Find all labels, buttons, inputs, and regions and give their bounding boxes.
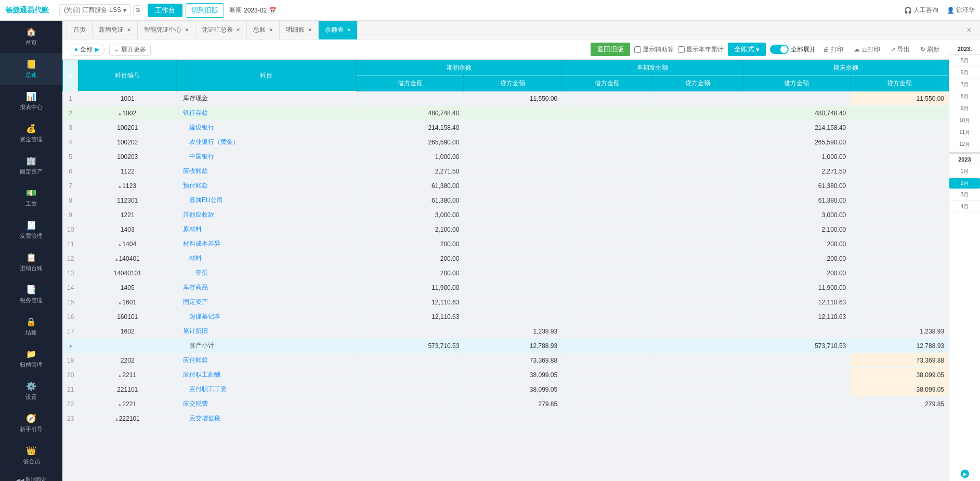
tab-add-voucher-close[interactable]: ✕: [127, 27, 131, 33]
right-panel-month-3[interactable]: 3月: [949, 190, 980, 201]
account-link[interactable]: 壹蛋: [195, 269, 208, 276]
tab-smart-voucher[interactable]: 智能凭证中心 ✕: [138, 21, 195, 39]
row-name[interactable]: 壹蛋: [177, 266, 357, 280]
right-panel-month-11[interactable]: 11月: [949, 127, 980, 138]
row-name[interactable]: 原材料: [177, 222, 357, 237]
row-name[interactable]: 材料成本差异: [177, 237, 357, 251]
account-link[interactable]: 其他应收款: [183, 211, 214, 218]
row-name[interactable]: 应付账款: [177, 353, 357, 368]
account-link[interactable]: 应付账款: [183, 356, 208, 364]
row-name[interactable]: 固定资产: [177, 295, 357, 310]
account-link[interactable]: 预付账款: [183, 182, 208, 189]
right-panel-month-6[interactable]: 6月: [949, 68, 980, 78]
account-link[interactable]: 累计折旧: [183, 327, 208, 335]
sidebar-item-payroll[interactable]: 💵 工资: [0, 182, 62, 214]
account-link[interactable]: 固定资产: [183, 298, 208, 305]
tab-ledger[interactable]: 总账 ✕: [247, 21, 280, 39]
row-name[interactable]: 材料: [177, 251, 357, 266]
row-name[interactable]: 应付职工工资: [177, 382, 357, 397]
account-link[interactable]: 建设银行: [189, 124, 214, 131]
row-name[interactable]: 应交税费: [177, 397, 357, 411]
close-all-tabs[interactable]: ✕: [962, 26, 976, 34]
tab-voucher-summary-close[interactable]: ✕: [236, 27, 240, 33]
sidebar-item-archive[interactable]: 📁 归档管理: [0, 343, 62, 375]
print-button[interactable]: 🖨 打印: [820, 44, 846, 55]
workbench-button[interactable]: 工作台: [148, 4, 182, 17]
account-link[interactable]: 中国银行: [189, 153, 214, 160]
row-name[interactable]: 起提基记本: [177, 310, 357, 324]
settings-icon[interactable]: ⚙: [68, 72, 73, 79]
row-name[interactable]: 应付职工薪酬: [177, 368, 357, 382]
return-old-version-button[interactable]: 返回旧版: [591, 43, 630, 56]
tab-voucher-summary[interactable]: 凭证汇总表 ✕: [195, 21, 247, 39]
switch-version-button[interactable]: 切到旧版: [186, 3, 224, 18]
row-name[interactable]: 预付账款: [177, 179, 357, 193]
consult-button[interactable]: 🎧 人工咨询: [904, 6, 938, 15]
calendar-icon[interactable]: 📅: [269, 7, 277, 14]
account-link[interactable]: 库存商品: [183, 284, 208, 291]
unpin-button[interactable]: ◀◀ 取消固定: [0, 472, 62, 481]
export-button[interactable]: ↗ 导出: [887, 44, 913, 55]
account-link[interactable]: 应付职工工资: [189, 385, 227, 393]
account-link[interactable]: 材料: [189, 255, 202, 262]
expand-more-button[interactable]: ⌄ 展开更多: [109, 44, 151, 56]
right-panel-month-4[interactable]: 4月: [949, 202, 980, 212]
sidebar-item-ledger[interactable]: 📒 总账: [0, 53, 62, 85]
right-panel-month-8[interactable]: 8月: [949, 91, 980, 102]
tab-detail[interactable]: 明细账 ✕: [280, 21, 319, 39]
aux-checkbox-input[interactable]: [634, 46, 641, 53]
tab-home[interactable]: 首页: [67, 21, 93, 39]
sidebar-item-newbie[interactable]: 🧭 新手引导: [0, 407, 62, 439]
row-name[interactable]: 建设银行: [177, 121, 357, 135]
row-name[interactable]: 嘉属EU公司: [177, 193, 357, 208]
right-panel-month-7[interactable]: 7月: [949, 79, 980, 90]
refresh-button[interactable]: ↻ 刷新: [917, 44, 943, 55]
account-link[interactable]: 嘉属EU公司: [189, 196, 223, 204]
row-name[interactable]: 农业银行（黄金）: [177, 135, 357, 150]
sidebar-item-report[interactable]: 📊 报表中心: [0, 85, 62, 117]
sidebar-item-home[interactable]: 🏠 首页: [0, 21, 62, 53]
sidebar-item-invoice[interactable]: 🧾 发票管理: [0, 214, 62, 246]
filter-all[interactable]: ● 全部 ▶: [69, 44, 105, 56]
account-link[interactable]: 材料成本差异: [183, 240, 220, 247]
account-link[interactable]: 银行存款: [183, 109, 208, 116]
row-name[interactable]: 中国银行: [177, 150, 357, 164]
tab-balance[interactable]: 余额表 ✕: [319, 21, 358, 39]
row-name[interactable]: 累计折旧: [177, 324, 357, 339]
right-expand-icon[interactable]: ▶: [961, 470, 969, 478]
account-link[interactable]: 农业银行（黄金）: [189, 138, 239, 145]
cloud-print-button[interactable]: ☁ 云打印: [851, 44, 883, 55]
format-button[interactable]: 全账式 ▾: [728, 43, 766, 56]
row-name[interactable]: 其他应收款: [177, 208, 357, 222]
sidebar-item-closing[interactable]: 🔒 结账: [0, 311, 62, 343]
row-name[interactable]: 应收账款: [177, 164, 357, 179]
account-link[interactable]: 应交增值税: [189, 415, 220, 422]
toggle-switch[interactable]: [770, 45, 789, 54]
tab-add-voucher[interactable]: 新增凭证 ✕: [93, 21, 138, 39]
right-panel-month-1[interactable]: 1月: [949, 166, 980, 177]
sidebar-item-purchase[interactable]: 📋 进销台账: [0, 246, 62, 278]
row-name[interactable]: 库存商品: [177, 280, 357, 295]
row-name[interactable]: 应交增值税: [177, 411, 357, 426]
tab-balance-close[interactable]: ✕: [347, 27, 351, 33]
ytd-checkbox-input[interactable]: [678, 46, 685, 53]
account-link[interactable]: 应收账款: [183, 167, 208, 175]
tab-smart-voucher-close[interactable]: ✕: [185, 27, 189, 33]
user-info[interactable]: 👤 徐泽华: [947, 6, 975, 15]
right-panel-month-5[interactable]: 5月: [949, 56, 980, 66]
account-link[interactable]: 应付职工薪酬: [183, 371, 220, 378]
sidebar-item-settings[interactable]: ⚙️ 设置: [0, 375, 62, 407]
th-settings[interactable]: ⚙: [63, 60, 79, 91]
tab-ledger-close[interactable]: ✕: [269, 27, 273, 33]
right-panel-month-9[interactable]: 9月: [949, 103, 980, 114]
copy-icon[interactable]: ⧉: [133, 5, 142, 15]
company-selector[interactable]: (先前) 江西股金-LSS ▾: [59, 4, 131, 16]
tab-detail-close[interactable]: ✕: [308, 27, 312, 33]
sidebar-item-member[interactable]: 👑 畅会员: [0, 439, 62, 472]
show-ytd-checkbox[interactable]: 显示本年累计: [678, 45, 724, 54]
sidebar-item-fixed-asset[interactable]: 🏢 固定资产: [0, 150, 62, 182]
expand-all-toggle[interactable]: 全部展开: [770, 45, 816, 54]
account-link[interactable]: 起提基记本: [189, 313, 220, 320]
sidebar-item-tax[interactable]: 📑 税务管理: [0, 278, 62, 311]
sidebar-item-fund[interactable]: 💰 资金管理: [0, 117, 62, 150]
